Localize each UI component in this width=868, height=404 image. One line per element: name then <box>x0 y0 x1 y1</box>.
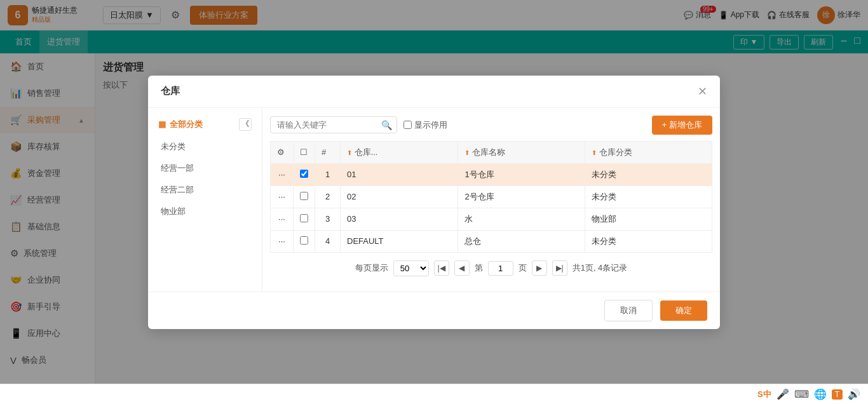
warehouse-table: ⚙ ☐ # ⬆ 仓库... ⬆ 仓库名称 <box>270 141 712 253</box>
table-row[interactable]: ··· 3 03 水 物业部 <box>271 208 712 230</box>
text-icon[interactable]: T <box>832 389 843 400</box>
modal-body: ▦ 全部分类 《 未分类 经营一部 经营二部 物业部 <box>148 108 720 292</box>
modal-title: 仓库 <box>161 85 180 97</box>
grid-icon: ▦ <box>158 119 166 129</box>
row-actions[interactable]: ··· <box>271 230 294 252</box>
col-code[interactable]: ⬆ 仓库... <box>341 141 458 163</box>
keyboard-icon[interactable]: ⌨ <box>794 388 809 400</box>
volume-icon[interactable]: 🔊 <box>848 388 860 400</box>
cancel-button[interactable]: 取消 <box>604 300 653 321</box>
per-page-select[interactable]: 50 10 20 100 <box>393 260 429 276</box>
row-category: 未分类 <box>585 163 712 185</box>
page-input[interactable] <box>488 261 513 276</box>
col-category[interactable]: ⬆ 仓库分类 <box>585 141 712 163</box>
row-num: 2 <box>315 185 341 208</box>
row-actions[interactable]: ··· <box>271 163 294 185</box>
mic-icon[interactable]: 🎤 <box>776 388 789 400</box>
table-row[interactable]: ··· 4 DEFAULT 总仓 未分类 <box>271 230 712 252</box>
bottom-bar: S中 🎤 ⌨ 🌐 T 🔊 <box>0 384 868 404</box>
row-code: 02 <box>341 185 458 208</box>
row-checkbox[interactable] <box>294 230 315 252</box>
col-num: # <box>315 141 341 163</box>
row-num: 4 <box>315 230 341 252</box>
col-check: ☐ <box>294 141 315 163</box>
modal-footer: 取消 确定 <box>148 292 720 329</box>
table-row[interactable]: ··· 1 01 1号仓库 未分类 <box>271 163 712 185</box>
row-num: 1 <box>315 163 341 185</box>
row-name: 总仓 <box>458 230 585 252</box>
row-category: 未分类 <box>585 185 712 208</box>
modal-close-button[interactable]: ✕ <box>698 84 707 98</box>
pagination: 每页显示 50 10 20 100 |◀ ◀ 第 页 ▶ ▶| 共1页, 4条记… <box>270 253 712 284</box>
row-num: 3 <box>315 208 341 230</box>
row-category: 未分类 <box>585 230 712 252</box>
search-icon[interactable]: 🔍 <box>381 120 392 130</box>
row-checkbox[interactable] <box>294 163 315 185</box>
row-code: 01 <box>341 163 458 185</box>
category-all[interactable]: ▦ 全部分类 《 <box>148 113 262 136</box>
category-panel: ▦ 全部分类 《 未分类 经营一部 经营二部 物业部 <box>148 108 262 292</box>
input-method-icon[interactable]: S中 <box>757 389 771 400</box>
row-checkbox[interactable] <box>294 185 315 208</box>
first-page-btn[interactable]: |◀ <box>434 260 449 276</box>
language-icon[interactable]: 🌐 <box>814 388 827 400</box>
col-settings: ⚙ <box>271 141 294 163</box>
warehouse-modal: 仓库 ✕ ▦ 全部分类 《 未分类 经营一部 经营二部 <box>148 76 720 329</box>
row-actions[interactable]: ··· <box>271 185 294 208</box>
col-name[interactable]: ⬆ 仓库名称 <box>458 141 585 163</box>
search-wrap: 🔍 <box>270 116 397 133</box>
table-panel: 🔍 显示停用 + 新增仓库 ⚙ ☐ <box>262 108 720 292</box>
search-input[interactable] <box>270 116 397 133</box>
category-dept1[interactable]: 经营一部 <box>148 158 262 179</box>
last-page-btn[interactable]: ▶| <box>552 260 567 276</box>
collapse-button[interactable]: 《 <box>239 118 252 131</box>
row-code: 03 <box>341 208 458 230</box>
next-page-btn[interactable]: ▶ <box>532 260 547 276</box>
row-actions[interactable]: ··· <box>271 208 294 230</box>
category-dept2[interactable]: 经营二部 <box>148 179 262 201</box>
row-name: 水 <box>458 208 585 230</box>
category-unclassified[interactable]: 未分类 <box>148 136 262 158</box>
table-row[interactable]: ··· 2 02 2号仓库 未分类 <box>271 185 712 208</box>
row-checkbox[interactable] <box>294 208 315 230</box>
category-property[interactable]: 物业部 <box>148 201 262 222</box>
add-warehouse-button[interactable]: + 新增仓库 <box>652 116 712 135</box>
row-name: 1号仓库 <box>458 163 585 185</box>
row-name: 2号仓库 <box>458 185 585 208</box>
modal-overlay: 仓库 ✕ ▦ 全部分类 《 未分类 经营一部 经营二部 <box>0 0 868 404</box>
row-code: DEFAULT <box>341 230 458 252</box>
prev-page-btn[interactable]: ◀ <box>454 260 470 276</box>
show-disabled-checkbox[interactable] <box>403 121 412 129</box>
row-category: 物业部 <box>585 208 712 230</box>
modal-header: 仓库 ✕ <box>148 76 720 108</box>
show-disabled-label[interactable]: 显示停用 <box>403 119 447 131</box>
table-toolbar: 🔍 显示停用 + 新增仓库 <box>270 116 712 135</box>
table-wrap: ⚙ ☐ # ⬆ 仓库... ⬆ 仓库名称 <box>270 141 712 253</box>
confirm-button[interactable]: 确定 <box>660 300 707 321</box>
